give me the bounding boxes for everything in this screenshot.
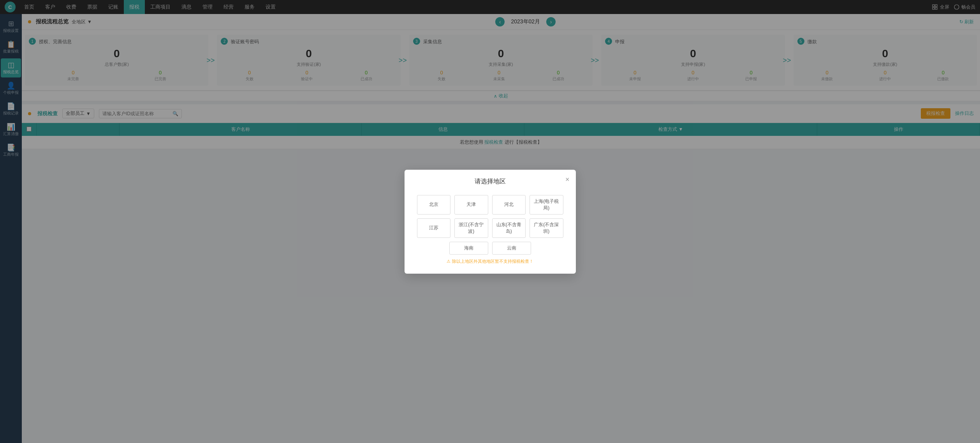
modal-close-btn[interactable]: × [565, 176, 570, 183]
modal: 请选择地区 × 北京 天津 河北 上海(电子税局) 江苏 浙江(不含宁波) 山东… [405, 170, 576, 274]
region-btn-yunnan[interactable]: 云南 [492, 242, 531, 255]
region-btn-jiangsu[interactable]: 江苏 [417, 218, 451, 238]
region-btn-beijing[interactable]: 北京 [417, 195, 451, 214]
region-btn-hebei[interactable]: 河北 [492, 195, 526, 214]
modal-warning: ⚠ 除以上地区外其他地区暂不支持报税检查！ [417, 258, 563, 264]
region-btn-zhejiang[interactable]: 浙江(不含宁波) [454, 218, 488, 238]
region-row-2: 江苏 浙江(不含宁波) 山东(不含青岛) 广东(不含深圳) [417, 218, 563, 238]
warning-icon: ⚠ [447, 259, 450, 264]
region-row-1: 北京 天津 河北 上海(电子税局) [417, 195, 563, 214]
modal-title: 请选择地区 [475, 178, 506, 186]
modal-overlay: 请选择地区 × 北京 天津 河北 上海(电子税局) 江苏 浙江(不含宁波) 山东… [0, 0, 980, 443]
region-btn-hainan[interactable]: 海南 [449, 242, 488, 255]
region-btn-shandong[interactable]: 山东(不含青岛) [492, 218, 526, 238]
region-btn-guangdong[interactable]: 广东(不含深圳) [530, 218, 563, 238]
modal-body: 北京 天津 河北 上海(电子税局) 江苏 浙江(不含宁波) 山东(不含青岛) 广… [405, 190, 576, 274]
modal-header: 请选择地区 × [405, 170, 576, 190]
region-row-3: 海南 云南 [417, 242, 563, 255]
region-btn-shanghai[interactable]: 上海(电子税局) [530, 195, 563, 214]
warning-text: 除以上地区外其他地区暂不支持报税检查！ [452, 258, 533, 264]
region-btn-tianjin[interactable]: 天津 [454, 195, 488, 214]
